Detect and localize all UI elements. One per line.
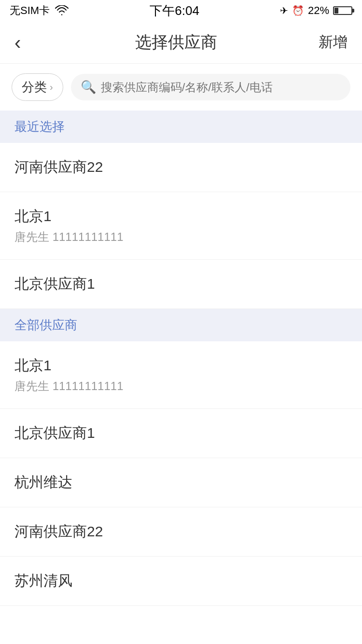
recent-section-header: 最近选择 — [0, 111, 362, 143]
carrier-text: 无SIM卡 — [10, 3, 50, 18]
list-item[interactable]: 河南供应商22 — [0, 507, 362, 557]
wifi-icon — [55, 5, 69, 16]
category-label: 分类 — [22, 79, 47, 96]
back-button[interactable]: ‹ — [14, 33, 43, 52]
item-name: 苏州清风 — [14, 571, 348, 591]
list-item[interactable]: 北京1唐先生 11111111111 — [0, 192, 362, 260]
item-name: 北京供应商1 — [14, 423, 348, 443]
item-sub: 唐先生 11111111111 — [14, 378, 348, 394]
list-item[interactable]: 北京1唐先生 11111111111 — [0, 341, 362, 409]
chevron-right-icon: › — [50, 82, 53, 93]
list-item[interactable]: 杭州维达 — [0, 458, 362, 507]
status-time: 下午6:04 — [150, 2, 199, 19]
item-name: 北京1 — [14, 207, 348, 226]
alarm-icon: ⏰ — [292, 5, 304, 16]
status-right: ✈ ⏰ 22% — [280, 4, 352, 17]
search-icon: 🔍 — [81, 80, 96, 95]
item-name: 杭州维达 — [14, 473, 348, 492]
item-name: 北京1 — [14, 356, 348, 376]
status-left: 无SIM卡 — [10, 3, 69, 18]
recent-list: 河南供应商22北京1唐先生 11111111111北京供应商1 — [0, 143, 362, 309]
search-box[interactable]: 🔍 — [71, 74, 350, 100]
recent-label: 最近选择 — [14, 119, 65, 134]
item-name: 河南供应商22 — [14, 522, 348, 542]
list-item[interactable]: 苏州清风 — [0, 557, 362, 606]
nav-bar: ‹ 选择供应商 新增 — [0, 21, 362, 64]
list-item[interactable]: 北京供应商1 — [0, 409, 362, 458]
list-item[interactable]: 河南供应商22 — [0, 143, 362, 192]
search-input[interactable] — [101, 81, 341, 94]
filter-bar: 分类 › 🔍 — [0, 64, 362, 111]
add-button[interactable]: 新增 — [309, 32, 348, 52]
all-section-header: 全部供应商 — [0, 309, 362, 341]
item-sub: 唐先生 11111111111 — [14, 229, 348, 245]
list-item[interactable]: 北京供应商1 — [0, 260, 362, 309]
location-icon: ✈ — [280, 5, 288, 16]
battery-icon — [333, 6, 352, 15]
page-title: 选择供应商 — [135, 31, 217, 54]
item-name: 河南供应商22 — [14, 157, 348, 177]
all-list: 北京1唐先生 11111111111北京供应商1杭州维达河南供应商22苏州清风 — [0, 341, 362, 606]
category-button[interactable]: 分类 › — [12, 73, 63, 101]
status-bar: 无SIM卡 下午6:04 ✈ ⏰ 22% — [0, 0, 362, 21]
battery-percent: 22% — [308, 4, 329, 17]
item-name: 北京供应商1 — [14, 274, 348, 294]
all-label: 全部供应商 — [14, 318, 77, 332]
